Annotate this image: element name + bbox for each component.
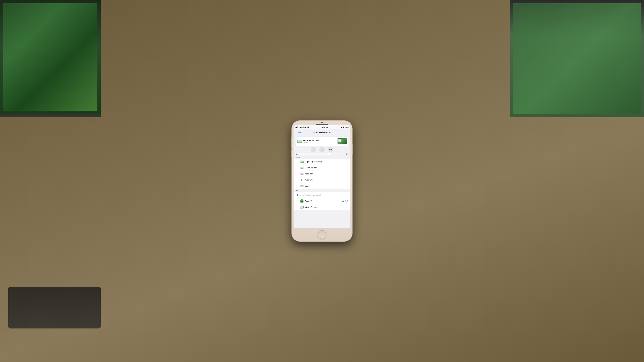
battery-label: 100% (345, 126, 348, 128)
wifi-icon: ▲ (341, 126, 342, 128)
status-left: T-Mobile Wi-Fi (296, 126, 309, 128)
power-button[interactable] (352, 144, 353, 154)
mute-button[interactable] (291, 137, 292, 141)
sound-icon: 🔊 (342, 200, 344, 202)
volume-high-icon: 🔊 (346, 153, 348, 155)
volume-control: 🔈 🔊 (294, 153, 350, 156)
time-label: 12:48 AM (322, 126, 328, 128)
device-label: Apple TV (305, 200, 341, 202)
item-label: Media (305, 185, 346, 187)
monitor-icon (300, 167, 304, 169)
thumbnail-window (338, 139, 342, 142)
volume-track[interactable] (299, 154, 345, 154)
status-bar: T-Mobile Wi-Fi 12:48 AM ▲ ✱ 100% (294, 125, 350, 129)
left-monitor (0, 0, 100, 117)
list-item[interactable]: ✓ Application › (294, 171, 350, 177)
volume-down-button[interactable] (291, 150, 292, 157)
back-label: Back (297, 131, 301, 133)
volume-fill (299, 154, 329, 154)
carrier-label: T-Mobile Wi-Fi (298, 126, 309, 128)
device-row-speakers[interactable]: ✓ Internal Speakers (294, 204, 350, 210)
item-label: Audio Only (305, 179, 348, 181)
thumbnail-content (338, 139, 346, 144)
card-info: Display 1 (1440 x 900) Apple TV (303, 140, 336, 143)
home-button[interactable] (318, 230, 326, 239)
app-icon (300, 173, 304, 175)
from-list: ✓ Display 1 (1440 x 900) ✓ Extend Deskto… (294, 159, 350, 189)
bluetooth-icon: ✱ (343, 126, 344, 128)
airplay-card: Display 1 (1440 x 900) Apple TV (296, 137, 348, 146)
device-actions: 🔊 i (342, 200, 348, 202)
monitor-icon (300, 161, 304, 163)
status-right: ▲ ✱ 100% (341, 126, 348, 128)
item-label: Application (305, 173, 346, 175)
list-item[interactable]: ✓ Media › (294, 183, 350, 189)
device-row-appletv[interactable]: ✓ 📺 Apple TV 🔊 i (294, 198, 350, 204)
quick-connect-placeholder[interactable]: Enter Quick Connect Code® (300, 194, 348, 196)
right-laptop (510, 0, 644, 117)
playback-controls: ⟲ ⏸ ▶▶ (294, 146, 350, 153)
from-section-header: FROM (294, 156, 350, 159)
screen-thumbnail (338, 138, 347, 144)
list-item[interactable]: ✓ Display 1 (1440 x 900) (294, 159, 350, 165)
checkmark-icon: ✓ (296, 161, 298, 163)
appletv-icon: 📺 (300, 199, 304, 203)
signal-icon (296, 126, 298, 128)
pause-button[interactable]: ⏸ (319, 147, 325, 152)
item-label: Display 1 (1440 x 900) (305, 161, 348, 163)
checkmark-icon: ✓ (296, 200, 298, 202)
quick-connect-row[interactable]: 👤 Enter Quick Connect Code® (294, 192, 350, 198)
chevron-left-icon: ‹ (296, 131, 296, 133)
display-icon (297, 140, 302, 143)
list-item[interactable]: ✓ 🔈 Audio Only (294, 177, 350, 183)
iphone-top-area (316, 122, 328, 125)
chevron-right-icon: › (347, 185, 348, 187)
volume-thumb[interactable] (328, 153, 330, 155)
volume-low-icon: 🔈 (296, 153, 298, 155)
rewind-button[interactable]: ⟲ (310, 147, 316, 152)
chevron-right-icon: › (347, 173, 348, 175)
person-icon: 👤 (296, 194, 298, 196)
list-item[interactable]: ✓ Extend Desktop (294, 165, 350, 171)
iphone-device: T-Mobile Wi-Fi 12:48 AM ▲ ✱ 100% ‹ Back … (292, 121, 352, 241)
audio-icon: 🔈 (300, 179, 304, 181)
info-button[interactable]: i (345, 200, 348, 202)
speaker-icon (300, 206, 304, 209)
iphone-body: T-Mobile Wi-Fi 12:48 AM ▲ ✱ 100% ‹ Back … (292, 121, 352, 241)
earpiece-speaker (316, 124, 328, 125)
media-icon (300, 185, 304, 187)
to-section-header: TO (294, 189, 350, 192)
page-title: Jeff's MacBook Pro (314, 131, 330, 133)
forward-button[interactable]: ▶▶ (328, 147, 334, 152)
iphone-screen: T-Mobile Wi-Fi 12:48 AM ▲ ✱ 100% ‹ Back … (294, 125, 350, 228)
device-label: Internal Speakers (305, 206, 348, 208)
card-subtitle: Apple TV (303, 141, 336, 143)
card-display-label: Display 1 (1440 x 900) (303, 140, 336, 141)
navigation-bar: ‹ Back Jeff's MacBook Pro (294, 129, 350, 135)
volume-up-button[interactable] (291, 141, 292, 147)
keyboard (8, 287, 100, 329)
item-label: Extend Desktop (305, 167, 348, 169)
back-button[interactable]: ‹ Back (296, 131, 301, 133)
camera (321, 122, 323, 123)
